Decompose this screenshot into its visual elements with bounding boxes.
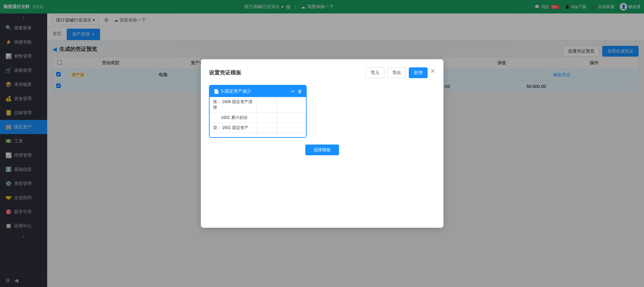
modal-header: 设置凭证模板 导入 导出 新增 ✕ (209, 67, 435, 78)
template-entry-row-4 (210, 133, 306, 137)
import-button[interactable]: 导入 (366, 67, 385, 78)
entry3-name: 固定资产 (232, 125, 248, 130)
entry1-code: 1606 (222, 99, 231, 104)
entry3-type: 贷： (213, 125, 221, 130)
template-header-left: 📄 5-固定资产减少 (214, 88, 251, 94)
select-template-button[interactable]: 选择模板 (305, 145, 339, 155)
entry3-label: 贷： 1601 固定资产 (210, 123, 257, 133)
edit-icon[interactable]: ✏ (291, 89, 295, 94)
delete-icon[interactable]: 🗑 (298, 89, 302, 94)
entry2-name: 累计折旧 (231, 115, 247, 120)
entry1-label: 借： 1606 固定资产清理 (210, 97, 257, 113)
template-entry-row-3: 贷： 1601 固定资产 (210, 123, 306, 133)
template-card-header: 📄 5-固定资产减少 ✏ 🗑 (210, 86, 306, 97)
modal-close-button[interactable]: ✕ (430, 67, 435, 78)
entry2-label: 1602 累计折旧 (210, 113, 257, 123)
entry4-debit (257, 133, 277, 137)
doc-icon: 📄 (214, 89, 219, 94)
template-card[interactable]: 📄 5-固定资产减少 ✏ 🗑 借： 1606 固定资产清理 (209, 85, 307, 138)
entry3-code: 1601 (222, 125, 231, 130)
entry1-debit (257, 97, 277, 113)
modal-title: 设置凭证模板 (209, 69, 241, 76)
template-entry-row-2: 1602 累计折旧 (210, 113, 306, 123)
template-card-body: 借： 1606 固定资产清理 1602 累计折旧 (210, 97, 306, 137)
entry4-credit (277, 133, 297, 137)
modal-header-actions: 导入 导出 新增 ✕ (366, 67, 435, 78)
template-card-icons: ✏ 🗑 (291, 89, 302, 94)
entry2-code: 1602 (221, 115, 230, 120)
new-button[interactable]: 新增 (409, 67, 428, 78)
template-entry-row-1: 借： 1606 固定资产清理 (210, 97, 306, 113)
entry4-label (210, 133, 257, 137)
template-name: 5-固定资产减少 (221, 88, 251, 94)
entry1-type: 借： (213, 99, 221, 104)
entry3-debit (257, 123, 277, 133)
voucher-template-modal: 设置凭证模板 导入 导出 新增 ✕ 📄 5-固定资产减少 ✏ 🗑 (201, 59, 443, 228)
entry2-debit (257, 113, 277, 123)
entry2-credit (277, 113, 297, 123)
export-button[interactable]: 导出 (387, 67, 406, 78)
modal-overlay[interactable]: 设置凭证模板 导入 导出 新增 ✕ 📄 5-固定资产减少 ✏ 🗑 (0, 0, 644, 287)
entry1-credit (277, 97, 297, 113)
entry3-credit (277, 123, 297, 133)
modal-body: 📄 5-固定资产减少 ✏ 🗑 借： 1606 固定资产清理 (209, 85, 435, 220)
